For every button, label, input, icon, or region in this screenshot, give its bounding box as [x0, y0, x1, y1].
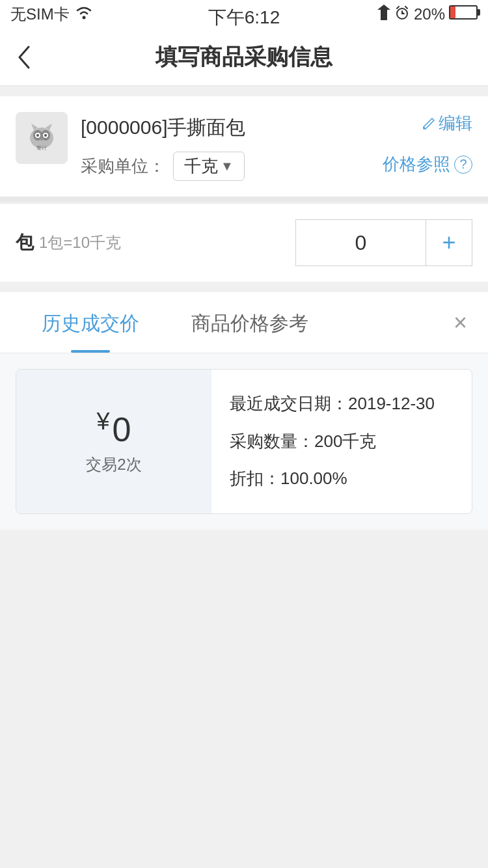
status-left: 无SIM卡 — [10, 4, 93, 25]
tab-product-label: 商品价格参考 — [191, 312, 308, 334]
history-price: ¥0 — [97, 408, 131, 449]
back-button[interactable] — [16, 44, 31, 70]
product-info: [0000006]手撕面包 采购单位： 千克 ▼ — [81, 112, 245, 181]
alarm-icon — [394, 5, 410, 24]
edit-label: 编辑 — [439, 112, 472, 135]
tab-history-price[interactable]: 历史成交价 — [16, 292, 165, 353]
recent-date-row: 最近成交日期：2019-12-30 — [230, 390, 454, 418]
quantity-conversion: 1包=10千克 — [39, 232, 121, 253]
discount-value: 100.00% — [280, 468, 347, 488]
quantity-plus-button[interactable]: + — [426, 219, 472, 266]
svg-text:餐计: 餐计 — [36, 145, 47, 151]
wifi-icon — [75, 5, 93, 23]
quantity-row-detail: 采购数量：200千克 — [230, 428, 454, 455]
page-title: 填写商品采购信息 — [156, 42, 332, 72]
tab-section: 历史成交价 商品价格参考 × ¥0 交易2次 — [0, 292, 488, 530]
tabs: 历史成交价 商品价格参考 — [16, 292, 448, 353]
price-value: 0 — [113, 411, 131, 448]
price-ref-button[interactable]: 价格参照 ? — [383, 153, 472, 178]
plus-icon: + — [442, 229, 455, 256]
help-icon: ? — [454, 156, 472, 174]
history-card: ¥0 交易2次 最近成交日期：2019-12-30 采购数量：200千克 折扣：… — [16, 369, 472, 514]
price-ref-label: 价格参照 — [383, 153, 450, 176]
tab-product-price-ref[interactable]: 商品价格参考 — [165, 292, 334, 353]
history-content: ¥0 交易2次 最近成交日期：2019-12-30 采购数量：200千克 折扣：… — [0, 353, 488, 530]
tab-close-button[interactable]: × — [448, 304, 472, 342]
product-icon: 餐计 — [16, 112, 68, 164]
quantity-row: 包 1包=10千克 0 + — [0, 204, 488, 282]
tab-history-label: 历史成交价 — [42, 312, 139, 334]
unit-select[interactable]: 千克 ▼ — [173, 152, 245, 181]
svg-point-7 — [36, 134, 39, 137]
history-trades: 交易2次 — [86, 454, 141, 475]
unit-value: 千克 — [184, 155, 218, 178]
status-time: 下午6:12 — [208, 5, 280, 30]
quantity-input[interactable]: 0 — [295, 219, 426, 266]
product-thumbnail-icon: 餐计 — [23, 117, 60, 159]
recent-date-label: 最近成交日期： — [230, 394, 348, 413]
recent-date-value: 2019-12-30 — [348, 394, 435, 413]
section-divider — [0, 197, 488, 202]
close-icon: × — [454, 309, 467, 336]
product-header: 餐计 [0000006]手撕面包 采购单位： 千克 ▼ 编辑 — [16, 112, 472, 181]
purchase-quantity-label: 采购数量： — [230, 431, 314, 451]
edit-button[interactable]: 编辑 — [422, 112, 472, 135]
product-actions: 编辑 价格参照 ? — [383, 112, 472, 178]
status-bar: 无SIM卡 下午6:12 20% — [0, 0, 488, 29]
history-details: 最近成交日期：2019-12-30 采购数量：200千克 折扣：100.00% — [211, 370, 472, 513]
nav-bar: 填写商品采购信息 — [0, 29, 488, 86]
svg-point-9 — [40, 138, 44, 141]
purchase-quantity-value: 200千克 — [314, 431, 376, 451]
svg-point-0 — [82, 16, 85, 20]
quantity-unit: 包 — [16, 230, 34, 255]
product-name: [0000006]手撕面包 — [81, 115, 245, 141]
location-icon — [377, 5, 390, 24]
status-right: 20% — [377, 5, 478, 24]
quantity-label: 包 1包=10千克 — [16, 230, 121, 255]
history-price-section: ¥0 交易2次 — [16, 370, 211, 513]
battery-icon — [449, 5, 478, 23]
unit-dropdown-arrow: ▼ — [221, 159, 234, 174]
discount-label: 折扣： — [230, 468, 280, 488]
quantity-section: 包 1包=10千克 0 + — [0, 203, 488, 282]
tab-bar: 历史成交价 商品价格参考 × — [0, 292, 488, 353]
quantity-value: 0 — [355, 231, 367, 255]
svg-point-8 — [44, 134, 47, 137]
quantity-controls: 0 + — [295, 219, 472, 266]
main-content: 历史成交价 商品价格参考 × ¥0 交易2次 — [0, 292, 488, 683]
discount-row: 折扣：100.00% — [230, 465, 454, 493]
product-card: 餐计 [0000006]手撕面包 采购单位： 千克 ▼ 编辑 — [0, 96, 488, 197]
unit-label: 采购单位： — [81, 155, 165, 178]
price-symbol: ¥ — [97, 408, 110, 435]
product-left: 餐计 [0000006]手撕面包 采购单位： 千克 ▼ — [16, 112, 245, 181]
battery-percent: 20% — [414, 5, 445, 23]
carrier-text: 无SIM卡 — [10, 4, 70, 25]
product-unit-row: 采购单位： 千克 ▼ — [81, 152, 245, 181]
